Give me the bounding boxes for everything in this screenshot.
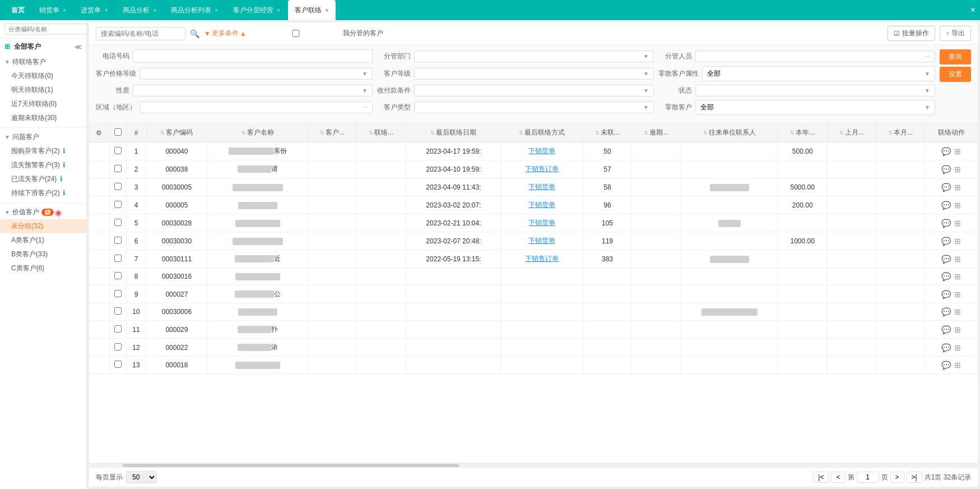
my-customers-checkbox[interactable]: 我分管的客户: [251, 29, 383, 38]
grid-icon[interactable]: ⊞: [954, 343, 961, 352]
close-all-button[interactable]: ×: [970, 5, 976, 15]
chat-icon[interactable]: 💬: [941, 183, 951, 192]
nav-purchase[interactable]: 进货单 ×: [74, 0, 114, 20]
td-check[interactable]: [109, 357, 126, 374]
chat-icon[interactable]: 💬: [941, 237, 951, 246]
batch-ops-button[interactable]: ☑ 批量操作: [888, 26, 935, 41]
page-size-select[interactable]: 20 50 100: [126, 471, 157, 483]
td-last-method[interactable]: 下销售订单: [501, 250, 583, 268]
grid-icon[interactable]: ⊞: [954, 307, 961, 316]
sidebar-item-churn-warning[interactable]: 流失预警客户(3) ℹ: [0, 158, 86, 172]
td-last-method[interactable]: 下销货单: [501, 232, 583, 250]
search-input[interactable]: [96, 27, 185, 40]
sidebar-item-ungroup[interactable]: 未分组(32): [0, 219, 86, 233]
td-check[interactable]: [109, 214, 126, 232]
close-customer-layer-icon[interactable]: ×: [277, 7, 280, 13]
chat-icon[interactable]: 💬: [941, 272, 951, 281]
td-check[interactable]: [109, 232, 126, 250]
scroll-thumb[interactable]: [123, 464, 459, 467]
th-code[interactable]: 客户编码: [146, 123, 207, 142]
chat-icon[interactable]: 💬: [941, 219, 951, 228]
prev-page-btn[interactable]: <: [831, 472, 845, 483]
td-check[interactable]: [109, 339, 126, 357]
filter-region-select[interactable]: ···: [140, 102, 373, 113]
nav-goods-list[interactable]: 商品分析列表 ×: [164, 0, 225, 20]
filter-price-select[interactable]: ▼: [140, 68, 373, 80]
chat-icon[interactable]: 💬: [941, 290, 951, 299]
th-last-method[interactable]: 最后联络方式: [501, 123, 583, 142]
grid-icon[interactable]: ⊞: [954, 219, 961, 228]
nav-customer-contact[interactable]: 客户联络 ×: [288, 0, 335, 20]
filter-payment-select[interactable]: ▼: [414, 85, 654, 96]
chat-icon[interactable]: 💬: [941, 201, 951, 210]
th-contact[interactable]: 联络...: [357, 123, 406, 142]
sidebar-item-today[interactable]: 今天待联络(0): [0, 69, 86, 83]
sidebar-group-problems[interactable]: ▼ 问题客户: [0, 130, 86, 144]
export-button[interactable]: ↑ 导出: [940, 26, 971, 41]
sidebar-item-tomorrow[interactable]: 明天待联络(1): [0, 83, 86, 97]
grid-icon[interactable]: ⊞: [954, 183, 961, 192]
search-filter-icon[interactable]: 🔍: [190, 29, 199, 38]
row-checkbox[interactable]: [114, 255, 122, 262]
td-last-method[interactable]: 下销货单: [501, 214, 583, 232]
td-check[interactable]: [109, 303, 126, 321]
all-customers-header[interactable]: ⊞ 全部客户 ≪: [0, 39, 86, 55]
sidebar-item-lost[interactable]: 已流失客户(24) ℹ: [0, 172, 86, 186]
td-last-method[interactable]: 下销货单: [501, 178, 583, 196]
my-customers-check[interactable]: [251, 30, 341, 37]
th-this-month[interactable]: 本月...: [876, 123, 925, 142]
sidebar-item-declining[interactable]: 持续下滑客户(2) ℹ: [0, 186, 86, 200]
th-unit-contact[interactable]: 往来单位联系人: [681, 123, 778, 142]
td-check[interactable]: [109, 160, 126, 178]
sidebar-item-overdue[interactable]: 逾期未联络(30): [0, 111, 86, 125]
nav-sales[interactable]: 销货单 ×: [32, 0, 73, 20]
grid-icon[interactable]: ⊞: [954, 255, 961, 264]
gear-icon[interactable]: ⚙: [96, 129, 102, 137]
grid-icon[interactable]: ⊞: [954, 325, 961, 334]
chat-icon[interactable]: 💬: [941, 147, 951, 156]
row-checkbox[interactable]: [114, 183, 122, 190]
th-settings[interactable]: ⚙: [89, 123, 109, 142]
row-checkbox[interactable]: [114, 147, 122, 154]
grid-icon[interactable]: ⊞: [954, 201, 961, 210]
row-checkbox[interactable]: [114, 219, 122, 226]
row-checkbox[interactable]: [114, 343, 122, 350]
scroll-bar[interactable]: [89, 463, 978, 467]
grid-icon[interactable]: ⊞: [954, 361, 961, 370]
sidebar-group-pending[interactable]: ▼ 待联络客户: [0, 55, 86, 69]
filter-status-select[interactable]: ▼: [695, 85, 935, 96]
sidebar-item-classA[interactable]: A类客户(1): [0, 233, 86, 247]
sidebar-group-value[interactable]: ▼ 价值客户 🔁 ◉: [0, 205, 86, 219]
th-last-date[interactable]: 最后联络日期: [406, 123, 501, 142]
th-name[interactable]: 客户名称: [207, 123, 308, 142]
chat-icon[interactable]: 💬: [941, 255, 951, 264]
row-checkbox[interactable]: [114, 361, 122, 368]
td-check[interactable]: [109, 250, 126, 268]
sidebar-item-classB[interactable]: B类客户(33): [0, 247, 86, 261]
grid-icon[interactable]: ⊞: [954, 165, 961, 174]
first-page-btn[interactable]: |<: [813, 472, 829, 483]
more-conditions-btn[interactable]: ▼ 更多条件 ▲: [204, 29, 247, 38]
row-checkbox[interactable]: [114, 272, 122, 279]
th-last-month[interactable]: 上月...: [827, 123, 876, 142]
close-goods-analysis-icon[interactable]: ×: [153, 7, 156, 13]
sidebar-item-abnormal[interactable]: 囤购异常客户(2) ℹ: [0, 144, 86, 158]
page-number-input[interactable]: [857, 472, 879, 483]
chat-icon[interactable]: 💬: [941, 307, 951, 316]
collapse-icon[interactable]: ≪: [75, 43, 82, 51]
search-button[interactable]: 查询: [940, 49, 971, 64]
th-not-contacted[interactable]: 未联...: [583, 123, 631, 142]
row-checkbox[interactable]: [114, 237, 122, 244]
row-checkbox[interactable]: [114, 325, 122, 333]
refresh-icon[interactable]: ◉: [55, 208, 62, 217]
filter-dept-select[interactable]: ▼: [414, 50, 654, 62]
row-checkbox[interactable]: [114, 290, 122, 297]
filter-nature-select[interactable]: ▼: [133, 85, 373, 96]
close-goods-list-icon[interactable]: ×: [215, 7, 218, 13]
select-all-checkbox[interactable]: [114, 128, 122, 136]
chat-icon[interactable]: 💬: [941, 343, 951, 352]
last-page-btn[interactable]: >|: [907, 472, 922, 483]
td-check[interactable]: [109, 142, 126, 160]
grid-icon[interactable]: ⊞: [954, 290, 961, 299]
sidebar-item-7days[interactable]: 近7天待联络(0): [0, 97, 86, 111]
